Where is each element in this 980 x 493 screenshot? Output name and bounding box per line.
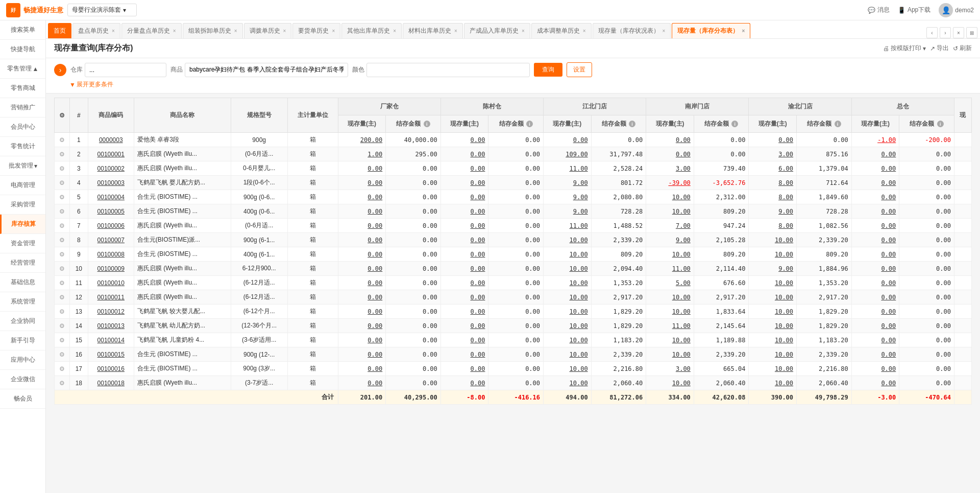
row-gear[interactable]: ⚙ <box>55 204 70 219</box>
row-yb-stock[interactable]: 8.00 <box>749 190 797 204</box>
total-info-icon[interactable]: i <box>937 121 944 127</box>
sidebar-item-base-info[interactable]: 基础信息 <box>0 273 45 292</box>
row-total-stock[interactable]: 0.00 <box>851 219 899 233</box>
row-gear[interactable]: ⚙ <box>55 176 70 190</box>
sidebar-item-wechat[interactable]: 企业微信 <box>0 370 45 389</box>
row-gear[interactable]: ⚙ <box>55 133 70 147</box>
row-na-stock[interactable]: -39.00 <box>646 176 694 190</box>
filter-toggle-btn[interactable]: › <box>54 64 66 76</box>
row-total-stock[interactable]: 0.00 <box>851 204 899 219</box>
row-na-stock[interactable]: 5.00 <box>646 276 694 290</box>
row-na-stock[interactable]: 10.00 <box>646 376 694 390</box>
tab-stock-status[interactable]: 现存量（库存状况表） × <box>593 23 671 38</box>
row-code[interactable]: 00100004 <box>88 190 134 204</box>
goods-input[interactable] <box>185 63 348 77</box>
color-input[interactable] <box>366 63 530 77</box>
row-gear[interactable]: ⚙ <box>55 304 70 319</box>
row-gear[interactable]: ⚙ <box>55 319 70 333</box>
row-cv-stock[interactable]: 0.00 <box>440 176 488 190</box>
row-total-stock[interactable]: 0.00 <box>851 161 899 176</box>
row-cv-stock[interactable]: 0.00 <box>440 161 488 176</box>
sidebar-item-changhui[interactable]: 畅会员 <box>0 389 45 409</box>
row-yb-stock[interactable]: 9.00 <box>749 204 797 219</box>
row-fw-stock[interactable]: 0.00 <box>338 233 386 247</box>
tab-stock-distribution[interactable]: 现存量（库存分布表） × <box>672 23 750 38</box>
row-na-stock[interactable]: 10.00 <box>646 190 694 204</box>
row-code[interactable]: 00100002 <box>88 161 134 176</box>
row-gear[interactable]: ⚙ <box>55 233 70 247</box>
sidebar-item-search[interactable]: 搜索英单 <box>0 20 45 40</box>
row-fw-stock[interactable]: 1.00 <box>338 147 386 161</box>
close-tab-icon[interactable]: × <box>332 28 335 34</box>
row-fw-stock[interactable]: 0.00 <box>338 161 386 176</box>
row-cv-stock[interactable]: 0.00 <box>440 333 488 347</box>
row-total-stock[interactable]: 0.00 <box>851 376 899 390</box>
close-tab-icon[interactable]: × <box>522 28 525 34</box>
row-gear[interactable]: ⚙ <box>55 262 70 276</box>
close-tab-icon[interactable]: × <box>393 28 396 34</box>
row-fw-stock[interactable]: 0.00 <box>338 333 386 347</box>
row-jb-stock[interactable]: 109.00 <box>544 147 592 161</box>
row-jb-stock[interactable]: 10.00 <box>544 262 592 276</box>
sidebar-item-wholesale[interactable]: 批发管理 ▾ <box>0 156 45 176</box>
row-gear[interactable]: ⚙ <box>55 190 70 204</box>
row-yb-stock[interactable]: 8.00 <box>749 176 797 190</box>
app-download-btn[interactable]: 📱 App下载 <box>898 6 930 14</box>
close-tab-icon[interactable]: × <box>173 28 176 34</box>
row-total-stock[interactable]: 0.00 <box>851 262 899 276</box>
row-gear[interactable]: ⚙ <box>55 362 70 376</box>
expand-conditions-btn[interactable]: ▼ 展开更多条件 <box>69 80 972 89</box>
row-cv-stock[interactable]: 0.00 <box>440 133 488 147</box>
row-gear[interactable]: ⚙ <box>55 376 70 390</box>
row-fw-stock[interactable]: 0.00 <box>338 262 386 276</box>
row-cv-stock[interactable]: 0.00 <box>440 347 488 362</box>
sidebar-item-app-center[interactable]: 应用中心 <box>0 350 45 370</box>
row-na-stock[interactable]: 0.00 <box>646 133 694 147</box>
row-na-stock[interactable]: 11.00 <box>646 319 694 333</box>
row-code[interactable]: 0000003 <box>88 133 134 147</box>
tab-home[interactable]: 首页 <box>48 23 71 38</box>
row-fw-stock[interactable]: 0.00 <box>338 219 386 233</box>
fw-info-icon[interactable]: i <box>424 121 430 127</box>
row-cv-stock[interactable]: 0.00 <box>440 147 488 161</box>
tab-product-inbound-history[interactable]: 产成品入库单历史 × <box>464 23 530 38</box>
row-jb-stock[interactable]: 9.00 <box>544 190 592 204</box>
row-fw-stock[interactable]: 0.00 <box>338 290 386 304</box>
row-gear[interactable]: ⚙ <box>55 333 70 347</box>
row-fw-stock[interactable]: 0.00 <box>338 376 386 390</box>
row-jb-stock[interactable]: 9.00 <box>544 176 592 190</box>
row-jb-stock[interactable]: 10.00 <box>544 276 592 290</box>
row-total-stock[interactable]: 0.00 <box>851 176 899 190</box>
row-cv-stock[interactable]: 0.00 <box>440 247 488 262</box>
row-jb-stock[interactable]: 10.00 <box>544 333 592 347</box>
row-total-stock[interactable]: 0.00 <box>851 276 899 290</box>
row-fw-stock[interactable]: 0.00 <box>338 176 386 190</box>
row-cv-stock[interactable]: 0.00 <box>440 190 488 204</box>
na-info-icon[interactable]: i <box>731 121 738 127</box>
row-na-stock[interactable]: 10.00 <box>646 333 694 347</box>
row-total-stock[interactable]: -1.00 <box>851 133 899 147</box>
query-btn[interactable]: 查询 <box>534 63 562 77</box>
row-fw-stock[interactable]: 0.00 <box>338 304 386 319</box>
row-total-stock[interactable]: 0.00 <box>851 333 899 347</box>
sidebar-item-retail-stat[interactable]: 零售统计 <box>0 137 45 156</box>
row-cv-stock[interactable]: 0.00 <box>440 376 488 390</box>
sidebar-item-system[interactable]: 系统管理 <box>0 292 45 312</box>
row-na-stock[interactable]: 7.00 <box>646 219 694 233</box>
row-yb-stock[interactable]: 10.00 <box>749 304 797 319</box>
tab-portion-history[interactable]: 分量盘点单历史 × <box>121 23 182 38</box>
row-cv-stock[interactable]: 0.00 <box>440 319 488 333</box>
row-yb-stock[interactable]: 10.00 <box>749 247 797 262</box>
row-yb-stock[interactable]: 10.00 <box>749 319 797 333</box>
sidebar-item-purchase[interactable]: 采购管理 <box>0 195 45 215</box>
cv-info-icon[interactable]: i <box>526 121 533 127</box>
row-na-stock[interactable]: 10.00 <box>646 304 694 319</box>
row-yb-stock[interactable]: 0.00 <box>749 133 797 147</box>
row-code[interactable]: 00100011 <box>88 290 134 304</box>
row-yb-stock[interactable]: 10.00 <box>749 376 797 390</box>
sidebar-item-retail-mall[interactable]: 零售商城 <box>0 79 45 98</box>
sidebar-item-enterprise[interactable]: 企业协同 <box>0 312 45 331</box>
row-cv-stock[interactable]: 0.00 <box>440 233 488 247</box>
tab-assemble-history[interactable]: 组装拆卸单历史 × <box>183 23 243 38</box>
row-yb-stock[interactable]: 10.00 <box>749 362 797 376</box>
